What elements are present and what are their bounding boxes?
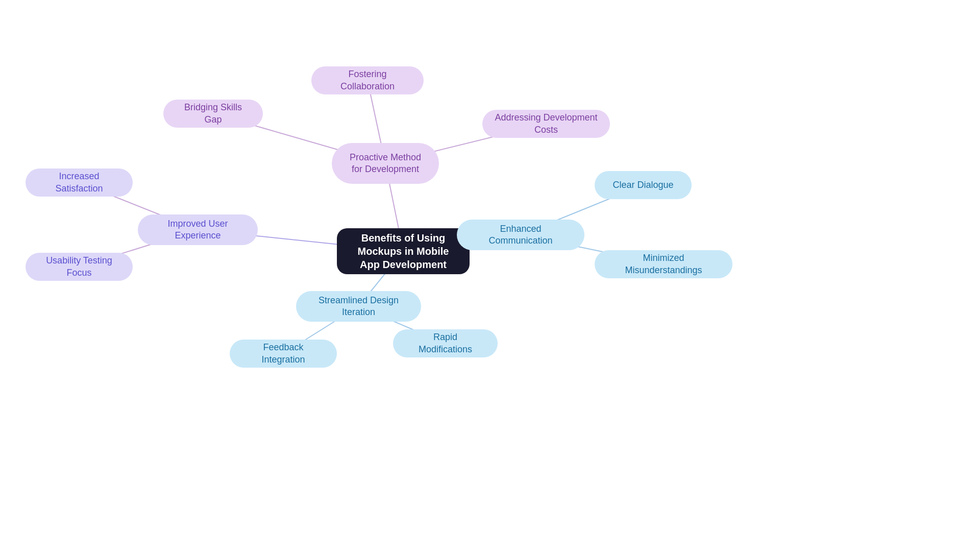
node-improved: Improved User Experience — [138, 214, 258, 245]
node-bridging: Bridging Skills Gap — [163, 100, 263, 128]
node-streamlined: Streamlined Design Iteration — [296, 291, 421, 322]
mindmap-container: Benefits of Using Mockups in Mobile App … — [0, 0, 980, 553]
node-feedback: Feedback Integration — [230, 340, 337, 368]
node-usability: Usability Testing Focus — [26, 253, 133, 281]
node-proactive: Proactive Method for Development — [332, 143, 439, 184]
node-addressing: Addressing Development Costs — [482, 110, 610, 138]
node-increased: Increased Satisfaction — [26, 169, 133, 197]
node-enhanced: Enhanced Communication — [457, 220, 584, 250]
center-node: Benefits of Using Mockups in Mobile App … — [337, 228, 470, 274]
node-clear: Clear Dialogue — [595, 171, 692, 199]
node-minimized: Minimized Misunderstandings — [595, 250, 732, 278]
node-fostering: Fostering Collaboration — [311, 66, 424, 94]
connections-svg — [0, 0, 980, 553]
node-rapid: Rapid Modifications — [393, 329, 498, 357]
